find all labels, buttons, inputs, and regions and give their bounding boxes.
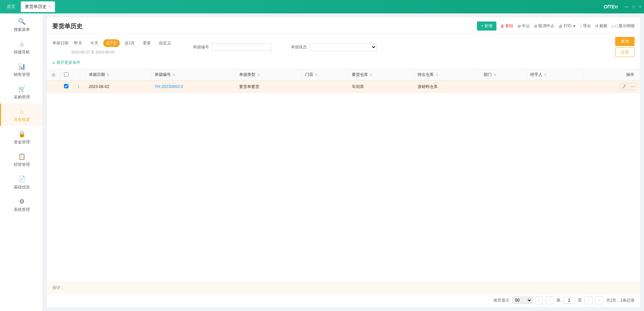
cancel-stop-icon: ⊘ xyxy=(534,24,537,29)
col-pending-warehouse-label: 待出仓库 xyxy=(418,72,434,77)
prev-page-btn[interactable]: ‹ xyxy=(546,296,554,304)
first-page-btn[interactable]: « xyxy=(535,296,543,304)
table-container: ⚙ 单据日期 ⇅ 单据编号 ⇅ xyxy=(47,69,640,282)
sidebar-item-label-sys-mgmt: 系统管理 xyxy=(14,207,30,213)
export-icon: ↑ xyxy=(580,24,582,29)
toolbar: + 新增 🗑 删除 ⊘ 中止 ⊘ 取消中止 🖨 打 xyxy=(477,21,635,31)
sidebar-item-sys-mgmt[interactable]: ⚙ 系统管理 xyxy=(0,193,43,216)
op-edit-icon[interactable]: 📝 xyxy=(620,83,627,90)
sidebar-item-inventory[interactable]: ⌂ 库存核算 xyxy=(0,103,43,126)
active-tab-label: 要货单历史 xyxy=(25,4,47,10)
next-page-btn[interactable]: › xyxy=(585,296,593,304)
sidebar-item-sales-mgmt[interactable]: 📊 销售管理 xyxy=(0,58,43,81)
col-req-warehouse-label: 要货仓库 xyxy=(352,72,368,77)
settings-button[interactable]: 设置 xyxy=(615,47,635,57)
col-dept-sort-icon: ⇅ xyxy=(493,73,496,77)
close-tab-icon[interactable]: × xyxy=(49,4,51,9)
page-input[interactable] xyxy=(563,297,575,304)
cancel-stop-button[interactable]: ⊘ 取消中止 xyxy=(534,23,554,29)
col-handler[interactable]: 经手人 ⇅ xyxy=(527,69,583,81)
window-close-btn[interactable]: × xyxy=(639,4,641,9)
date-btn-today[interactable]: 今天 xyxy=(87,39,101,47)
col-req-warehouse[interactable]: 要货仓库 ⇅ xyxy=(348,69,414,81)
top-bar: 首页 要货单历史 × OfTEn — □ × xyxy=(0,0,644,13)
delete-button[interactable]: 🗑 删除 xyxy=(500,23,514,29)
date-btn-more[interactable]: 更多 xyxy=(140,39,154,47)
content-area: 要货单历史 + 新增 🗑 删除 ⊘ 中止 ⊘ 取消中止 xyxy=(43,13,644,311)
doc-no-input[interactable] xyxy=(212,43,272,51)
expand-button[interactable]: ∨ 展开更多条件 xyxy=(52,60,80,65)
sidebar-item-ops-mgmt[interactable]: 📋 经营管理 xyxy=(0,148,43,171)
delete-label: 删除 xyxy=(505,23,514,29)
sidebar-item-label-sales-mgmt: 销售管理 xyxy=(14,72,30,78)
sidebar-item-finance-mgmt[interactable]: 🔒 资金管理 xyxy=(0,126,43,148)
row-dept xyxy=(480,81,527,93)
finance-mgmt-icon: 🔒 xyxy=(18,130,26,138)
col-dept-label: 部门 xyxy=(484,72,492,77)
col-doc-date[interactable]: 单据日期 ⇅ xyxy=(85,69,151,81)
display-detail-button[interactable]: □ □ 显示明细 xyxy=(611,23,635,29)
maximize-btn[interactable]: □ xyxy=(633,4,635,9)
display-detail-label: □ 显示明细 xyxy=(615,23,635,29)
doc-no-label: 单据编号 xyxy=(193,44,209,50)
op-more-icon[interactable]: ⋯ xyxy=(629,83,636,90)
col-dept[interactable]: 部门 ⇅ xyxy=(480,69,527,81)
sidebar-item-label-quick-nav: 快捷导航 xyxy=(14,49,30,55)
col-checkbox xyxy=(60,69,72,81)
col-store-label: 门店 xyxy=(305,72,313,77)
table-body: 1 2023-06-02 YH-20230602-0 要货单要货 车间库 原材料… xyxy=(47,81,640,93)
ops-mgmt-icon: 📋 xyxy=(18,152,26,161)
export-button[interactable]: ↑ 导出 xyxy=(580,23,591,29)
per-page-label: 每页显示 xyxy=(493,298,509,303)
active-tab[interactable]: 要货单历史 × xyxy=(21,1,55,12)
query-button[interactable]: 查询 xyxy=(615,37,635,46)
doc-status-select[interactable] xyxy=(310,43,377,51)
date-btn-7days[interactable]: 近7天 xyxy=(103,39,120,47)
window-controls: OfTEn — □ × xyxy=(604,4,641,9)
minimize-btn[interactable]: — xyxy=(625,4,629,9)
col-settings[interactable]: ⚙ xyxy=(47,69,60,81)
date-btn-custom[interactable]: 自定义 xyxy=(156,39,174,47)
per-page-select[interactable]: 50 10 20 100 xyxy=(512,297,532,304)
expand-label: 展开更多条件 xyxy=(56,60,80,65)
table-row: 1 2023-06-02 YH-20230602-0 要货单要货 车间库 原材料… xyxy=(47,81,640,93)
brand-text: OfTEn xyxy=(604,4,618,9)
col-doc-no-label: 单据编号 xyxy=(155,72,171,77)
date-btn-1month[interactable]: 近1月 xyxy=(122,39,138,47)
row-checkbox[interactable] xyxy=(64,84,68,88)
row-doc-no-link[interactable]: YH-20230602-0 xyxy=(155,84,183,89)
print-button[interactable]: 🖨 打印 ▼ xyxy=(558,23,576,29)
operation-icons: 📝 ⋯ xyxy=(587,83,636,90)
new-button[interactable]: + 新增 xyxy=(477,21,496,31)
col-doc-no-sort-icon: ⇅ xyxy=(172,73,175,77)
row-pending-warehouse: 原材料仓库 xyxy=(414,81,480,93)
page-suffix: 页 xyxy=(578,298,582,303)
home-tab[interactable]: 首页 xyxy=(3,1,19,12)
col-doc-no[interactable]: 单据编号 ⇅ xyxy=(151,69,236,81)
sidebar-item-basic-info[interactable]: 📄 基础信息 xyxy=(0,171,43,193)
sys-mgmt-icon: ⚙ xyxy=(18,197,26,206)
page-title: 要货单历史 xyxy=(52,22,83,30)
refresh-label: 刷新 xyxy=(599,23,607,29)
col-store-sort-icon: ⇅ xyxy=(315,73,318,77)
sidebar-item-label-purchase-mgmt: 采购管理 xyxy=(14,94,30,100)
row-operation: 📝 ⋯ xyxy=(583,81,640,93)
col-req-warehouse-sort-icon: ⇅ xyxy=(370,73,372,77)
page-label: 第 xyxy=(556,298,560,303)
date-btn-yesterday[interactable]: 昨天 xyxy=(71,39,85,47)
filter-bar: 单据日期 昨天 今天 近7天 近1月 更多 自定义 2023-05- xyxy=(47,34,640,69)
col-doc-type[interactable]: 单据类型 ⇅ xyxy=(236,69,302,81)
sidebar-item-search-menu[interactable]: 🔍 搜索菜单 xyxy=(0,13,43,36)
sidebar-item-quick-nav[interactable]: ⌂ 快捷导航 xyxy=(0,36,43,58)
stop-button[interactable]: ⊘ 中止 xyxy=(518,23,530,29)
col-store[interactable]: 门店 ⇅ xyxy=(302,69,348,81)
quick-nav-icon: ⌂ xyxy=(18,40,26,48)
last-page-btn[interactable]: » xyxy=(595,296,603,304)
refresh-button[interactable]: ↺ 刷新 xyxy=(595,23,607,29)
col-pending-warehouse[interactable]: 待出仓库 ⇅ xyxy=(414,69,480,81)
date-label: 单据日期 xyxy=(52,40,68,46)
sidebar-item-purchase-mgmt[interactable]: 🛒 采购管理 xyxy=(0,81,43,103)
select-all-checkbox[interactable] xyxy=(64,72,68,77)
stop-icon: ⊘ xyxy=(518,24,521,29)
col-doc-type-sort-icon: ⇅ xyxy=(257,73,260,77)
